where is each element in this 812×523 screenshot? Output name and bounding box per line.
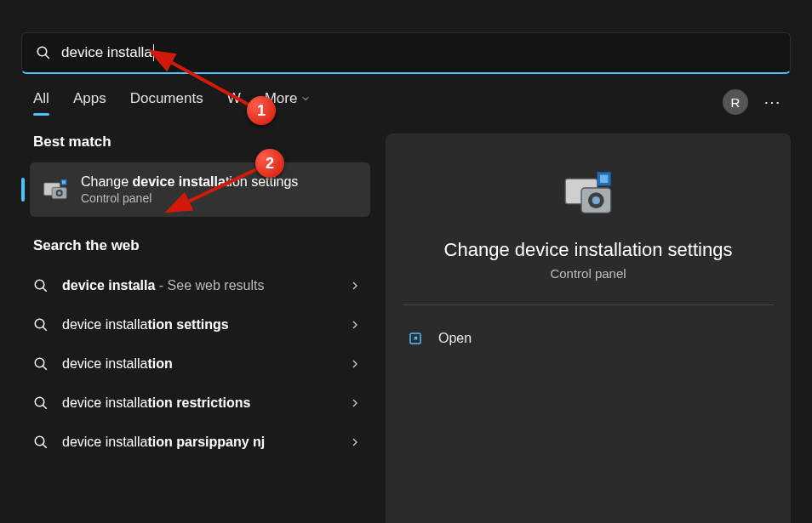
tab-apps[interactable]: Apps: [73, 90, 106, 114]
web-result-item[interactable]: device installation restrictions: [21, 384, 370, 423]
search-icon: [33, 435, 49, 450]
web-result-label: device installation parsippany nj: [62, 435, 348, 450]
preview-title: Change device installation settings: [403, 239, 774, 261]
preview-subtitle: Control panel: [403, 266, 774, 281]
svg-line-9: [43, 287, 47, 292]
web-result-item[interactable]: device installation parsippany nj: [21, 423, 370, 462]
chevron-right-icon: [348, 279, 362, 293]
web-result-item[interactable]: device installa - See web results: [21, 266, 370, 305]
preview-icon: [561, 168, 615, 222]
svg-point-10: [35, 319, 44, 328]
search-input[interactable]: device installa: [61, 44, 154, 61]
svg-line-25: [166, 60, 260, 111]
search-icon: [33, 317, 49, 333]
search-icon: [33, 356, 49, 372]
search-bar[interactable]: device installa: [21, 32, 791, 74]
svg-rect-23: [600, 175, 608, 183]
open-action[interactable]: Open: [403, 322, 774, 355]
tabs-row: All Apps Documents W More R ⋯: [21, 89, 791, 115]
chevron-right-icon: [348, 318, 362, 332]
web-result-item[interactable]: device installation: [21, 344, 370, 384]
search-web-heading: Search the web: [33, 237, 370, 254]
svg-line-17: [43, 444, 47, 448]
svg-point-21: [592, 196, 600, 204]
svg-line-1: [45, 54, 49, 59]
chevron-down-icon: [300, 94, 311, 104]
svg-point-12: [35, 358, 44, 367]
chevron-right-icon: [348, 435, 362, 449]
svg-line-26: [183, 166, 264, 204]
svg-line-11: [43, 327, 47, 331]
annotation-badge-2: 2: [255, 149, 284, 178]
svg-point-16: [35, 436, 44, 446]
svg-point-14: [35, 397, 44, 406]
device-installation-icon: [42, 176, 69, 203]
svg-line-13: [43, 366, 47, 370]
header-right-controls: R ⋯: [723, 89, 791, 115]
search-query-text: device installa: [61, 44, 152, 61]
preview-divider: [403, 304, 774, 305]
web-result-label: device installation settings: [62, 317, 348, 333]
search-icon: [33, 278, 49, 293]
more-options-button[interactable]: ⋯: [763, 92, 782, 112]
chevron-right-icon: [348, 357, 362, 371]
selection-accent: [21, 178, 25, 202]
web-result-label: device installation: [62, 356, 348, 372]
tab-all[interactable]: All: [33, 90, 49, 114]
svg-line-15: [43, 405, 47, 409]
annotation-badge-1: 1: [247, 96, 276, 125]
search-icon: [36, 45, 51, 60]
best-match-heading: Best match: [33, 134, 370, 151]
open-icon: [408, 331, 423, 346]
svg-point-5: [58, 191, 61, 195]
open-label: Open: [438, 331, 472, 346]
chevron-right-icon: [348, 396, 362, 410]
svg-rect-7: [62, 180, 66, 184]
web-result-item[interactable]: device installation settings: [21, 305, 370, 344]
preview-panel: Change device installation settings Cont…: [386, 134, 791, 523]
svg-point-0: [37, 47, 47, 56]
user-avatar[interactable]: R: [723, 89, 748, 115]
web-result-label: device installation restrictions: [62, 395, 348, 411]
search-icon: [33, 395, 49, 411]
web-results-list: device installa - See web resultsdevice …: [21, 266, 370, 462]
web-result-label: device installa - See web results: [62, 278, 348, 293]
svg-point-8: [35, 280, 44, 289]
